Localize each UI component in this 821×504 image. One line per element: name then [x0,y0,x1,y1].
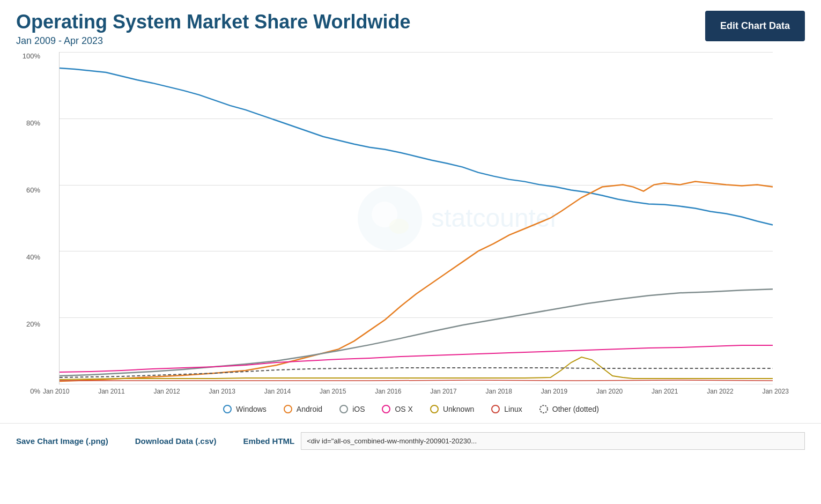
chart-area: statcounter [59,52,773,384]
x-label-2014: Jan 2014 [264,388,291,395]
other-legend-icon [538,404,549,414]
legend-label-other: Other (dotted) [552,405,599,413]
edit-chart-data-button[interactable]: Edit Chart Data [705,11,805,41]
y-label-100: 100% [19,52,40,60]
svg-point-4 [284,405,292,413]
android-legend-icon [283,404,293,414]
chart-legend: Windows Android iOS OS X Unknown Linux [0,395,821,423]
legend-label-ios: iOS [352,405,365,413]
ios-legend-icon [338,404,349,414]
y-label-0: 0% [19,387,40,395]
x-label-2015: Jan 2015 [320,388,346,395]
y-label-40: 40% [19,253,40,261]
x-label-2022: Jan 2022 [707,388,733,395]
svg-point-8 [492,405,499,413]
save-image-link[interactable]: Save Chart Image (.png) [16,436,108,446]
legend-item-unknown: Unknown [429,404,474,414]
embed-html-label: Embed HTML [243,436,294,446]
embed-code-input[interactable] [301,432,805,450]
svg-point-5 [340,405,347,413]
svg-point-3 [224,405,231,413]
unknown-legend-icon [429,404,440,414]
date-range: Jan 2009 - Apr 2023 [16,35,411,47]
legend-label-linux: Linux [504,405,522,413]
title-block: Operating System Market Share Worldwide … [16,11,411,47]
legend-label-windows: Windows [236,405,267,413]
download-data-link[interactable]: Download Data (.csv) [135,436,217,446]
footer: Save Chart Image (.png) Download Data (.… [0,423,821,458]
legend-label-osx: OS X [395,405,412,413]
windows-line [60,68,773,225]
x-label-2011: Jan 2011 [98,388,124,395]
android-line [60,182,773,381]
legend-item-linux: Linux [490,404,522,414]
x-label-2020: Jan 2020 [596,388,623,395]
x-axis-labels: Jan 2010 Jan 2011 Jan 2012 Jan 2013 Jan … [43,384,789,395]
legend-item-osx: OS X [381,404,412,414]
svg-point-6 [382,405,390,413]
legend-item-other: Other (dotted) [538,404,599,414]
x-label-2013: Jan 2013 [209,388,235,395]
x-label-2023: Jan 2023 [762,388,788,395]
x-label-2017: Jan 2017 [430,388,456,395]
legend-item-windows: Windows [222,404,267,414]
windows-legend-icon [222,404,233,414]
grid-line-0 [60,384,773,384]
ios-line [60,289,773,376]
x-label-2010: Jan 2010 [43,388,69,395]
page-header: Operating System Market Share Worldwide … [0,0,821,52]
linux-line [60,380,773,381]
svg-point-9 [540,405,548,413]
y-axis-labels: 100% 80% 60% 40% 20% 0% [19,52,40,395]
linux-legend-icon [490,404,501,414]
x-label-2019: Jan 2019 [541,388,567,395]
x-label-2021: Jan 2021 [652,388,678,395]
osx-legend-icon [381,404,391,414]
x-label-2018: Jan 2018 [486,388,512,395]
y-label-80: 80% [19,119,40,127]
page-title: Operating System Market Share Worldwide [16,11,411,33]
x-label-2012: Jan 2012 [153,388,180,395]
legend-item-android: Android [283,404,322,414]
x-label-2016: Jan 2016 [375,388,401,395]
chart-svg [60,52,773,384]
y-label-20: 20% [19,320,40,328]
y-label-60: 60% [19,186,40,194]
legend-label-unknown: Unknown [443,405,474,413]
svg-point-7 [431,405,438,413]
legend-label-android: Android [297,405,322,413]
legend-item-ios: iOS [338,404,365,414]
